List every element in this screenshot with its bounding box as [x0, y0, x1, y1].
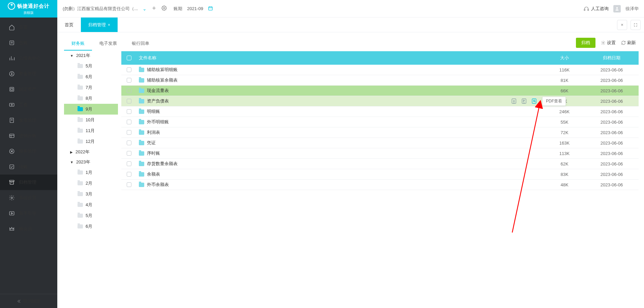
row-checkbox[interactable] [127, 120, 131, 124]
svg-rect-39 [532, 99, 536, 103]
nav-item-tax[interactable]: 税务管理 [0, 144, 57, 159]
tree-month[interactable]: 11月 [64, 125, 118, 136]
svg-point-11 [11, 104, 12, 105]
user-name[interactable]: 徐泽华 [625, 6, 639, 12]
consult-button[interactable]: 人工咨询 [584, 6, 609, 12]
row-checkbox[interactable] [127, 88, 131, 93]
avatar-icon[interactable] [613, 5, 621, 12]
file-name: 外币明细账 [147, 119, 169, 125]
row-checkbox[interactable] [127, 67, 131, 72]
file-size: 163K [544, 141, 585, 146]
tax-icon [9, 148, 15, 154]
svg-rect-33 [584, 9, 585, 10]
caret-right-icon: ▶ [70, 150, 73, 154]
row-checkbox[interactable] [127, 109, 131, 114]
file-size: 72K [544, 130, 585, 135]
tree-month[interactable]: 12月 [64, 136, 118, 147]
file-size: 81K [544, 78, 585, 83]
salary-icon [9, 102, 15, 108]
svg-rect-8 [10, 87, 14, 91]
folder-icon [139, 151, 144, 156]
unpin-button[interactable]: 取消固定 [0, 294, 57, 308]
subtab-einvoice[interactable]: 电子发票 [92, 37, 124, 51]
tree-month[interactable]: 5月 [64, 210, 118, 221]
nav-item-chart[interactable]: 云报表中心 [0, 51, 57, 66]
fullscreen-button[interactable] [631, 20, 641, 30]
svg-rect-29 [209, 7, 212, 10]
nav-item-asset[interactable]: 固定资产 [0, 82, 57, 97]
table-row[interactable]: 外币明细账55K2023-06-06 [121, 117, 639, 127]
tree-month[interactable]: 5月 [64, 61, 118, 71]
table-row[interactable]: 存货数量余额表62K2023-06-06 [121, 159, 639, 169]
table-row[interactable]: 资产负债表1K2023-06-06PDF查看 [121, 96, 639, 106]
topbar: (勿删）江西服宝精品有限责任公司（... ⌄ 账期 2021-09 人工咨询 徐… [57, 0, 644, 18]
folder-icon [139, 120, 144, 124]
row-checkbox[interactable] [127, 182, 131, 187]
nav-item-invoice[interactable]: 发票管理 [0, 113, 57, 128]
nav-item-stock[interactable]: 进销台账 [0, 128, 57, 144]
add-org-button[interactable] [151, 5, 157, 12]
org-selector[interactable]: (勿删）江西服宝精品有限责任公司（... [63, 6, 138, 12]
calendar-icon[interactable] [208, 6, 213, 12]
settings-button[interactable]: 设置 [601, 40, 616, 46]
col-header-date: 归档日期 [585, 55, 639, 61]
tree-month[interactable]: 10月 [64, 115, 118, 125]
tree-year[interactable]: ▼2023年 [64, 157, 118, 167]
tab-archive[interactable]: 归档管理× [81, 18, 118, 32]
tab-home[interactable]: 首页 [57, 18, 81, 32]
folder-icon [78, 86, 83, 90]
tree-month[interactable]: 4月 [64, 199, 118, 210]
tree-year[interactable]: ▶2022年 [64, 147, 118, 157]
table-row[interactable]: 余额表83K2023-06-06 [121, 169, 639, 180]
org-dropdown-icon[interactable]: ⌄ [143, 6, 147, 11]
row-checkbox[interactable] [127, 99, 131, 103]
tree-month[interactable]: 8月 [64, 93, 118, 104]
row-checkbox[interactable] [127, 141, 131, 145]
period-value[interactable]: 2021-09 [187, 6, 203, 11]
org-settings-button[interactable] [161, 5, 167, 12]
row-checkbox[interactable] [127, 78, 131, 83]
refresh-button[interactable]: 刷新 [621, 40, 636, 46]
row-checkbox[interactable] [127, 151, 131, 156]
nav-item-close[interactable]: 结账 [0, 159, 57, 175]
download-excel-icon[interactable] [511, 98, 517, 104]
nav-item-salary[interactable]: 工资 [0, 97, 57, 113]
row-checkbox[interactable] [127, 130, 131, 135]
nav-item-archive[interactable]: 归档管理 [0, 175, 57, 190]
tree-month[interactable]: 7月 [64, 82, 118, 93]
pdf-view-tooltip: PDF查看 [542, 97, 566, 106]
archive-button[interactable]: 归档 [576, 38, 595, 48]
tree-month[interactable]: 6月 [64, 71, 118, 82]
tree-month[interactable]: 3月 [64, 189, 118, 199]
nav-item-vip[interactable]: 畅会员 [0, 221, 57, 237]
close-icon [9, 164, 15, 170]
table-row[interactable]: 明细账246K2023-06-06 [121, 106, 639, 117]
svg-rect-15 [9, 134, 14, 138]
nav-item-settings[interactable]: 基础设置 [0, 190, 57, 206]
table-row[interactable]: 利润表72K2023-06-06 [121, 127, 639, 138]
table-row[interactable]: 辅助核算明细账116K2023-06-06 [121, 65, 639, 75]
tree-month[interactable]: 9月 [64, 104, 118, 115]
tree-year[interactable]: ▼2021年 [64, 51, 118, 61]
select-all-checkbox[interactable] [127, 56, 131, 60]
close-icon[interactable]: × [108, 23, 110, 27]
download-pdf-icon[interactable] [521, 98, 527, 104]
tab-close-button[interactable]: × [617, 20, 627, 30]
row-checkbox[interactable] [127, 172, 131, 177]
subtab-finance[interactable]: 财务账 [64, 37, 92, 51]
nav-item-fund[interactable]: 资金管理 [0, 66, 57, 82]
table-row[interactable]: 序时账113K2023-06-06 [121, 148, 639, 159]
table-row[interactable]: 凭证163K2023-06-06 [121, 138, 639, 148]
tree-month[interactable]: 2月 [64, 178, 118, 189]
table-row[interactable]: 现金流量表66K2023-06-06 [121, 86, 639, 96]
tree-month[interactable]: 6月 [64, 221, 118, 232]
row-checkbox[interactable] [127, 161, 131, 166]
nav-item-ledger[interactable]: 总账 [0, 35, 57, 51]
table-row[interactable]: 辅助核算余额表81K2023-06-06 [121, 75, 639, 86]
subtab-bank[interactable]: 银行回单 [124, 37, 157, 51]
pdf-view-icon[interactable] [531, 98, 538, 104]
tree-month[interactable]: 1月 [64, 167, 118, 178]
nav-item-home[interactable]: 首页 [0, 20, 57, 35]
table-row[interactable]: 外币余额表48K2023-06-06 [121, 180, 639, 190]
nav-item-guide[interactable]: 新手引导 [0, 206, 57, 221]
